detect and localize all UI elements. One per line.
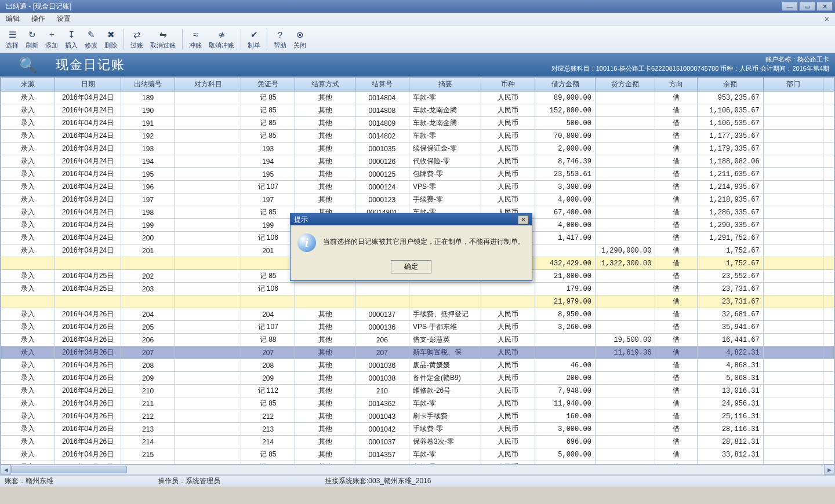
cell-date: 2016年04月26日 <box>55 308 121 321</box>
table-row[interactable]: 录入2016年04月26日208208其他0001036废品-黄媛媛人民币46.… <box>1 359 834 372</box>
scroll-left-arrow[interactable]: ◀ <box>1 465 11 474</box>
cell-src: 录入 <box>1 130 55 143</box>
table-row[interactable]: 录入2016年04月26日215记 85其他0014357车款-零人民币5,00… <box>1 448 834 461</box>
table-row[interactable]: 录入2016年04月24日191记 85其他0014809车款-龙南金腾人民币5… <box>1 117 834 130</box>
toolbar-制单[interactable]: ✔制单 <box>245 28 263 51</box>
toolbar-取消冲账[interactable]: ≉取消冲账 <box>206 28 237 51</box>
column-header[interactable]: 结算方式 <box>295 78 355 92</box>
menu-settings[interactable]: 设置 <box>57 14 71 24</box>
toolbar-添加[interactable]: ＋添加 <box>43 28 60 51</box>
toolbar-冲账[interactable]: ≈冲账 <box>187 28 204 51</box>
关闭-icon: ⊗ <box>294 29 306 41</box>
column-header[interactable]: 摘要 <box>409 78 481 92</box>
cell-mode: 其他 <box>295 181 355 193</box>
过账-icon: ⇄ <box>131 29 143 41</box>
menu-edit[interactable]: 编辑 <box>6 14 20 24</box>
table-row[interactable]: 录入2016年04月24日195195其他0000125包牌费-零人民币23,5… <box>1 168 834 181</box>
window-title: 出纳通 - [现金日记账] <box>2 2 71 12</box>
column-header[interactable]: 方向 <box>655 78 697 92</box>
account-name: 账户名称：杨公路工卡 <box>551 54 829 64</box>
column-header[interactable]: 来源 <box>1 78 55 92</box>
cell-dir: 借 <box>655 181 697 193</box>
cell-summ: 包牌费-零 <box>409 168 481 181</box>
column-header[interactable]: 结算号 <box>355 78 409 92</box>
maximize-button[interactable]: ▭ <box>799 2 815 11</box>
toolbar-删除[interactable]: ✖删除 <box>102 28 119 51</box>
column-header[interactable]: 对方科目 <box>175 78 241 92</box>
column-header[interactable]: 借方金额 <box>535 78 596 92</box>
table-row[interactable]: 录入2016年04月26日214214其他0001037保养卷3次-零人民币69… <box>1 436 834 448</box>
table-row[interactable]: 录入2016年04月24日192记 85其他0014802车款-零人民币70,8… <box>1 130 834 143</box>
cell-subj <box>175 308 241 321</box>
table-row[interactable]: 录入2016年04月26日212212其他0001043刷卡手续费人民币160.… <box>1 410 834 423</box>
cell-num: 214 <box>121 436 175 448</box>
toolbar-label: 删除 <box>104 41 117 50</box>
cell-bal: 24,956.31 <box>697 397 763 410</box>
cell-vch: 记 85 <box>241 397 295 410</box>
column-header[interactable]: 出纳编号 <box>121 78 175 92</box>
cell-subj <box>175 397 241 410</box>
table-row[interactable]: 录入2016年04月24日196记 107其他0000124VPS-零人民币3,… <box>1 181 834 193</box>
toolbar-过账[interactable]: ⇄过账 <box>128 28 146 51</box>
cell-cr <box>595 155 655 168</box>
table-row[interactable]: 录入2016年04月26日207207其他207新车购置税、保人民币11,619… <box>1 346 834 359</box>
toolbar-修改[interactable]: ✎修改 <box>82 28 100 51</box>
column-header[interactable]: 币种 <box>481 78 535 92</box>
toolbar-选择[interactable]: ☰选择 <box>3 28 21 51</box>
toolbar-插入[interactable]: ↧插入 <box>63 28 80 51</box>
table-row[interactable]: 录入2016年04月24日190记 85其他0014808车款-龙南金腾人民币1… <box>1 104 834 117</box>
table-row[interactable]: 21,979.00借23,731.67 <box>1 295 834 308</box>
cell-bal: 1,106,535.67 <box>697 117 763 130</box>
cell-bal: 35,941.67 <box>697 321 763 334</box>
cell-dept <box>763 232 823 244</box>
table-row[interactable]: 录入2016年04月26日206记 88其他206借支-彭慧英人民币19,500… <box>1 334 834 346</box>
table-row[interactable]: 录入2016年04月26日205记 107其他0000136VPS-于都东维人民… <box>1 321 834 334</box>
cell-cur: 人民币 <box>481 346 535 359</box>
选择-icon: ☰ <box>6 29 18 41</box>
cell-vch: 记 85 <box>241 130 295 143</box>
close-button[interactable]: ✕ <box>816 2 833 11</box>
table-row[interactable]: 录入2016年04月26日209209其他0001038备件定金(赣B9)人民币… <box>1 372 834 385</box>
cell-mode: 其他 <box>295 321 355 334</box>
scroll-gutter-cell <box>823 155 834 168</box>
toolbar-帮助[interactable]: ?帮助 <box>271 28 289 51</box>
scroll-right-arrow[interactable]: ▶ <box>824 465 834 474</box>
column-header[interactable]: 部门 <box>763 78 823 92</box>
table-row[interactable]: 录入2016年04月26日210记 112其他210维修款-26号人民币7,94… <box>1 385 834 397</box>
scroll-thumb[interactable] <box>11 466 127 473</box>
column-header[interactable]: 日期 <box>55 78 121 92</box>
toolbar-label: 插入 <box>65 41 78 50</box>
table-row[interactable]: 录入2016年04月24日197197其他0000123手续费-零人民币4,00… <box>1 193 834 206</box>
cell-cr <box>595 308 655 321</box>
ok-button[interactable]: 确定 <box>391 260 431 273</box>
table-row[interactable]: 录入2016年04月24日193193其他0001035续保保证金-零人民币2,… <box>1 143 834 155</box>
cell-date: 2016年04月24日 <box>55 193 121 206</box>
column-header[interactable]: 余额 <box>697 78 763 92</box>
close-document-icon[interactable]: × <box>825 14 829 24</box>
column-header[interactable]: 凭证号 <box>241 78 295 92</box>
cell-mode: 其他 <box>295 92 355 104</box>
table-row[interactable]: 录入2016年04月25日203记 106179.00借23,731.67 <box>1 283 834 295</box>
cell-summ <box>409 295 481 308</box>
cell-vch: 记 107 <box>241 181 295 193</box>
toolbar-关闭[interactable]: ⊗关闭 <box>291 28 308 51</box>
cell-subj <box>175 423 241 436</box>
cell-dir: 借 <box>655 397 697 410</box>
table-row[interactable]: 录入2016年04月26日204204其他0000137手续费、抵押登记人民币8… <box>1 308 834 321</box>
table-row[interactable]: 录入2016年04月26日211记 85其他0014362车款-零人民币11,9… <box>1 397 834 410</box>
cell-dir: 借 <box>655 117 697 130</box>
scroll-gutter-cell <box>823 295 834 308</box>
table-row[interactable]: 录入2016年04月24日189记 85其他0014804车款-零人民币89,0… <box>1 92 834 104</box>
cell-setno: 0000123 <box>355 193 409 206</box>
table-row[interactable]: 录入2016年04月26日213213其他0001042手续费-零人民币3,00… <box>1 423 834 436</box>
table-row[interactable]: 录入2016年04月24日194194其他0000126代收保险-零人民币8,7… <box>1 155 834 168</box>
menu-operate[interactable]: 操作 <box>31 14 45 24</box>
toolbar-刷新[interactable]: ↻刷新 <box>23 28 41 51</box>
dialog-close-icon[interactable]: ✕ <box>518 216 528 224</box>
minimize-button[interactable]: — <box>782 2 798 11</box>
toolbar-取消过账[interactable]: ⇋取消过账 <box>148 28 178 51</box>
column-header[interactable]: 贷方金额 <box>595 78 655 92</box>
cell-bal: 1,179,335.67 <box>697 143 763 155</box>
horizontal-scrollbar[interactable]: ◀ ▶ <box>0 465 835 475</box>
cell-summ <box>409 283 481 295</box>
